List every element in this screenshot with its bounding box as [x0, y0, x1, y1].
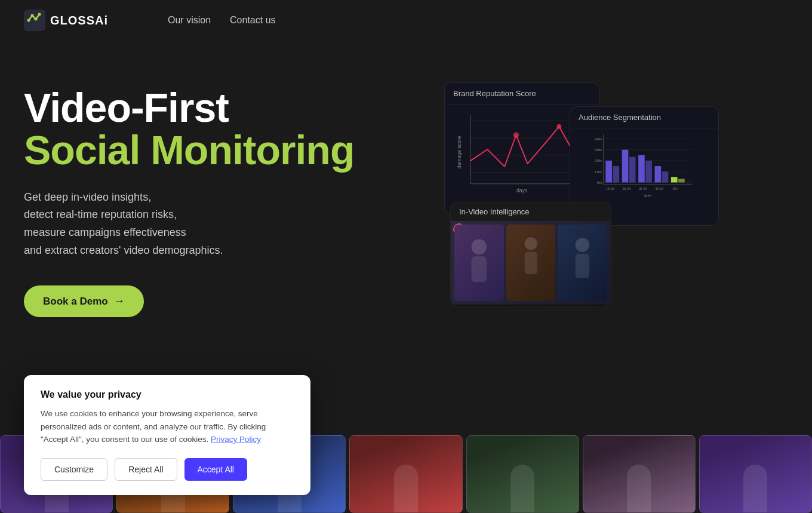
svg-text:40%: 40% — [595, 137, 602, 141]
cookie-banner-title: We value your privacy — [41, 389, 294, 400]
video-card-body: ♥ ▦ ≡ — [451, 221, 611, 305]
strip-thumb-4 — [349, 435, 462, 513]
svg-rect-30 — [629, 157, 636, 183]
cookie-banner: We value your privacy We use cookies to … — [24, 375, 310, 495]
hero-title: Video-First Social Monitoring — [24, 87, 444, 172]
accept-all-button[interactable]: Accept All — [184, 458, 247, 481]
svg-rect-44 — [472, 256, 487, 282]
logo-text: GLOSSAi — [50, 14, 108, 27]
dashboard-visuals: Brand Reputation Score damage score days — [444, 82, 788, 309]
book-demo-label: Book a Demo — [43, 296, 108, 308]
svg-point-43 — [472, 239, 487, 255]
brand-card-title: Brand Reputation Score — [445, 83, 599, 105]
svg-text:20%: 20% — [595, 158, 602, 162]
cookie-buttons: Customize Reject All Accept All — [41, 458, 294, 481]
svg-point-1 — [27, 19, 30, 22]
svg-rect-31 — [638, 155, 645, 183]
svg-text:25-34: 25-34 — [623, 187, 631, 191]
hero-title-line2: Social Monitoring — [24, 129, 444, 171]
in-video-intelligence-card: In-Video Intelligence ♥ ▦ ≡ — [450, 202, 611, 306]
book-demo-button[interactable]: Book a Demo → — [24, 285, 144, 317]
hero-description: Get deep in-video insights, detect real-… — [24, 189, 444, 260]
video-thumb-2 — [506, 225, 556, 301]
video-card-title: In-Video Intelligence — [451, 202, 611, 221]
svg-rect-36 — [678, 179, 685, 182]
svg-point-45 — [524, 237, 537, 250]
svg-text:18-26: 18-26 — [606, 187, 614, 191]
svg-rect-35 — [671, 177, 678, 182]
video-thumb-1 — [454, 225, 504, 301]
svg-text:30%: 30% — [595, 148, 602, 152]
audience-card-title: Audience Segmentation — [570, 107, 718, 128]
svg-point-3 — [35, 18, 38, 21]
hero-section: Video-First Social Monitoring Get deep i… — [0, 41, 812, 351]
svg-point-2 — [31, 14, 34, 17]
svg-rect-48 — [576, 254, 589, 278]
nav-contact-us[interactable]: Contact us — [230, 15, 275, 26]
hero-text: Video-First Social Monitoring Get deep i… — [24, 75, 444, 318]
privacy-policy-link[interactable]: Privacy Policy — [211, 435, 261, 444]
navbar: GLOSSAi Our vision Contact us — [0, 0, 812, 41]
nav-links: Our vision Contact us — [168, 15, 276, 26]
svg-rect-33 — [655, 166, 662, 182]
hero-title-line1: Video-First — [24, 85, 229, 130]
svg-point-4 — [38, 13, 41, 16]
svg-text:days: days — [516, 188, 527, 193]
logo-icon — [24, 10, 45, 31]
cookie-banner-body: We use cookies to enhance your browsing … — [41, 407, 294, 446]
svg-text:35-44: 35-44 — [639, 187, 647, 191]
svg-rect-28 — [613, 166, 619, 182]
strip-thumb-5 — [466, 435, 579, 513]
svg-text:ages: ages — [644, 193, 651, 197]
svg-rect-46 — [524, 252, 537, 274]
nav-our-vision[interactable]: Our vision — [168, 15, 211, 26]
customize-button[interactable]: Customize — [41, 458, 107, 481]
svg-text:10%: 10% — [595, 170, 602, 174]
strip-thumb-6 — [583, 435, 696, 513]
reject-all-button[interactable]: Reject All — [115, 458, 177, 481]
arrow-right-icon: → — [114, 295, 125, 308]
svg-rect-32 — [645, 161, 652, 183]
svg-point-47 — [576, 238, 589, 251]
logo[interactable]: GLOSSAi — [24, 10, 108, 31]
video-thumbnails — [451, 221, 611, 305]
svg-text:55+: 55+ — [673, 187, 678, 191]
svg-text:45-54: 45-54 — [655, 187, 663, 191]
svg-rect-27 — [605, 161, 612, 183]
audience-chart: 40% 30% 20% 10% 0% — [570, 128, 718, 206]
svg-point-13 — [513, 132, 519, 138]
svg-text:0%: 0% — [596, 180, 602, 185]
video-thumb-3 — [558, 225, 607, 301]
svg-rect-29 — [622, 150, 629, 183]
svg-point-14 — [557, 124, 562, 129]
svg-text:damage score: damage score — [456, 136, 462, 168]
strip-thumb-7 — [699, 435, 812, 513]
svg-rect-0 — [24, 10, 45, 31]
hero-cta: Book a Demo → — [24, 285, 444, 317]
svg-rect-34 — [662, 171, 669, 182]
